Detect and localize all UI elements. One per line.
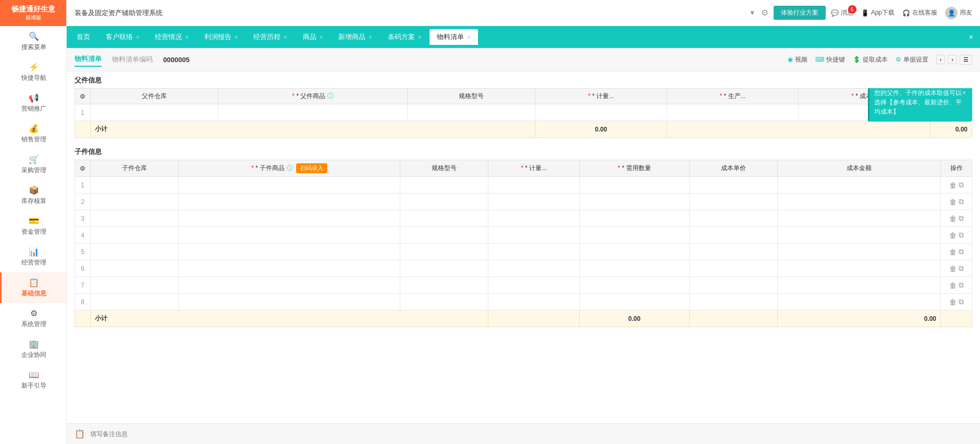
child-spec-cell[interactable] bbox=[400, 294, 488, 310]
next-page-btn[interactable]: › bbox=[948, 55, 957, 64]
gear-icon[interactable]: ⚙ bbox=[761, 8, 768, 18]
child-warehouse-cell[interactable] bbox=[91, 177, 179, 194]
child-quantity-cell[interactable] bbox=[579, 210, 689, 227]
sidebar-item-enterprise[interactable]: 🏢 企业协同 bbox=[0, 334, 66, 365]
trial-button[interactable]: 体验行业方案 bbox=[774, 6, 826, 20]
child-unit-cell[interactable] bbox=[488, 210, 580, 227]
tab-operation-history[interactable]: 经营历程 × bbox=[246, 29, 294, 45]
delete-icon[interactable]: 🗑 bbox=[949, 214, 957, 223]
child-spec-cell[interactable] bbox=[400, 194, 488, 210]
tab-home[interactable]: 首页 bbox=[69, 29, 97, 45]
tab-profit-report[interactable]: 利润报告 × bbox=[197, 29, 245, 45]
child-quantity-cell[interactable] bbox=[579, 260, 689, 277]
copy-icon[interactable]: ⧉ bbox=[959, 181, 964, 189]
child-goods-cell[interactable] bbox=[179, 227, 400, 244]
tab-barcode-plan[interactable]: 条码方案 × bbox=[381, 29, 428, 45]
child-goods-cell[interactable] bbox=[179, 244, 400, 260]
child-goods-cell[interactable] bbox=[179, 277, 400, 294]
child-goods-cell[interactable] bbox=[179, 194, 400, 210]
action-view[interactable]: ◉ 视频 bbox=[788, 55, 807, 64]
sidebar-item-finance[interactable]: 💳 资金管理 bbox=[0, 211, 66, 242]
tabs-close-button[interactable]: × bbox=[965, 33, 977, 41]
child-warehouse-cell[interactable] bbox=[91, 227, 179, 244]
online-service-item[interactable]: 🎧 在线客服 bbox=[902, 8, 937, 17]
copy-icon[interactable]: ⧉ bbox=[959, 281, 964, 290]
child-quantity-cell[interactable] bbox=[579, 294, 689, 310]
tooltip-close-btn[interactable]: × bbox=[962, 88, 966, 98]
scan-input-btn[interactable]: 扫码录入 bbox=[296, 163, 327, 173]
child-warehouse-cell[interactable] bbox=[91, 194, 179, 210]
action-shortcut[interactable]: ⌨ 快捷键 bbox=[815, 55, 845, 64]
sidebar-item-basic-info[interactable]: 📋 基础信息 bbox=[0, 272, 66, 303]
user-item[interactable]: 👤 用友 bbox=[945, 7, 972, 19]
child-unit-cost-cell[interactable] bbox=[690, 260, 778, 277]
delete-icon[interactable]: 🗑 bbox=[949, 198, 957, 206]
child-spec-cell[interactable] bbox=[400, 260, 488, 277]
sidebar-item-sales[interactable]: 💰 销售管理 bbox=[0, 118, 66, 149]
copy-icon[interactable]: ⧉ bbox=[959, 297, 964, 306]
child-goods-cell[interactable] bbox=[179, 260, 400, 277]
child-quantity-cell[interactable] bbox=[579, 227, 689, 244]
copy-icon[interactable]: ⧉ bbox=[959, 214, 964, 223]
child-goods-cell[interactable] bbox=[179, 294, 400, 310]
copy-icon[interactable]: ⧉ bbox=[959, 264, 964, 273]
parent-produce-cell[interactable] bbox=[667, 104, 799, 121]
tab-profit-report-close[interactable]: × bbox=[235, 34, 238, 40]
delete-icon[interactable]: 🗑 bbox=[949, 281, 957, 290]
child-unit-cost-cell[interactable] bbox=[690, 294, 778, 310]
child-quantity-cell[interactable] bbox=[579, 194, 689, 210]
sidebar-item-quick-nav[interactable]: ⚡ 快捷导航 bbox=[0, 57, 66, 88]
delete-icon[interactable]: 🗑 bbox=[949, 298, 957, 306]
child-spec-cell[interactable] bbox=[400, 227, 488, 244]
tab-operation-history-close[interactable]: × bbox=[284, 34, 287, 40]
child-unit-cell[interactable] bbox=[488, 294, 580, 310]
notes-input[interactable] bbox=[90, 430, 972, 438]
child-spec-cell[interactable] bbox=[400, 210, 488, 227]
child-quantity-cell[interactable] bbox=[579, 244, 689, 260]
child-unit-cell[interactable] bbox=[488, 244, 580, 260]
sidebar-item-inventory[interactable]: 📦 库存核算 bbox=[0, 180, 66, 211]
sidebar-item-operation[interactable]: 📊 经营管理 bbox=[0, 242, 66, 272]
parent-col-settings[interactable]: ⚙ bbox=[75, 89, 91, 104]
sidebar-item-marketing[interactable]: 📢 营销推广 bbox=[0, 88, 66, 118]
child-spec-cell[interactable] bbox=[400, 177, 488, 194]
tab-bom-list[interactable]: 物料清单 × bbox=[430, 29, 477, 45]
child-quantity-cell[interactable] bbox=[579, 177, 689, 194]
child-warehouse-cell[interactable] bbox=[91, 294, 179, 310]
child-unit-cell[interactable] bbox=[488, 194, 580, 210]
child-warehouse-cell[interactable] bbox=[91, 210, 179, 227]
child-unit-cost-cell[interactable] bbox=[690, 244, 778, 260]
list-view-btn[interactable]: ☰ bbox=[960, 55, 972, 65]
tab-operation-status-close[interactable]: × bbox=[185, 34, 188, 40]
delete-icon[interactable]: 🗑 bbox=[949, 231, 957, 239]
child-goods-cell[interactable] bbox=[179, 210, 400, 227]
sidebar-item-search[interactable]: 🔍 搜索菜单 bbox=[0, 26, 66, 57]
child-warehouse-cell[interactable] bbox=[91, 260, 179, 277]
child-unit-cost-cell[interactable] bbox=[690, 277, 778, 294]
tab-customer[interactable]: 客户联络 × bbox=[99, 29, 146, 45]
dropdown-arrow-icon[interactable]: ▼ bbox=[749, 9, 756, 17]
child-unit-cost-cell[interactable] bbox=[690, 194, 778, 210]
parent-spec-cell[interactable] bbox=[408, 104, 535, 121]
child-unit-cost-cell[interactable] bbox=[690, 210, 778, 227]
child-unit-cell[interactable] bbox=[488, 260, 580, 277]
prev-page-btn[interactable]: ‹ bbox=[936, 55, 946, 64]
sidebar-item-guide[interactable]: 📖 新手引导 bbox=[0, 365, 66, 395]
child-unit-cost-cell[interactable] bbox=[690, 177, 778, 194]
child-spec-cell[interactable] bbox=[400, 244, 488, 260]
sidebar-item-purchase[interactable]: 🛒 采购管理 bbox=[0, 149, 66, 180]
child-unit-cell[interactable] bbox=[488, 227, 580, 244]
tab-customer-close[interactable]: × bbox=[136, 34, 139, 40]
parent-unit-cell[interactable] bbox=[535, 104, 667, 121]
child-spec-cell[interactable] bbox=[400, 277, 488, 294]
action-single-settings[interactable]: ⚙ 单据设置 bbox=[896, 55, 928, 64]
copy-icon[interactable]: ⧉ bbox=[959, 247, 964, 256]
copy-icon[interactable]: ⧉ bbox=[959, 231, 964, 239]
child-unit-cell[interactable] bbox=[488, 277, 580, 294]
child-goods-cell[interactable] bbox=[179, 177, 400, 194]
tab-add-goods[interactable]: 新增商品 × bbox=[331, 29, 379, 45]
child-quantity-cell[interactable] bbox=[579, 277, 689, 294]
child-unit-cost-cell[interactable] bbox=[690, 227, 778, 244]
sidebar-item-system[interactable]: ⚙ 系统管理 bbox=[0, 303, 66, 334]
action-extract-cost[interactable]: 💲 提取成本 bbox=[853, 55, 888, 64]
